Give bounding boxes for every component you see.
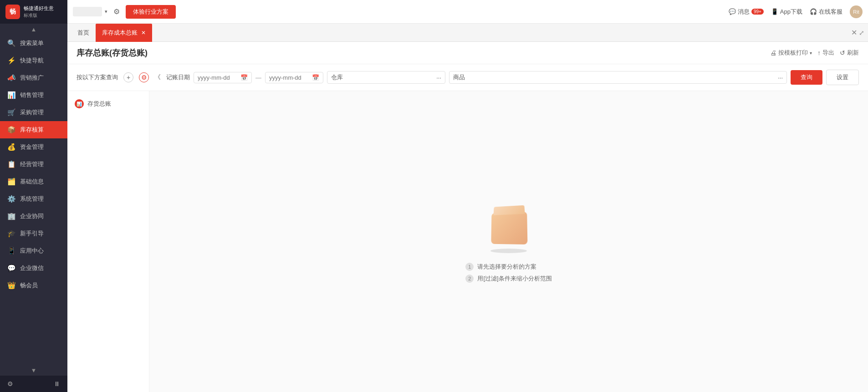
empty-shadow — [490, 249, 527, 253]
message-label: 消息 — [738, 8, 750, 16]
app-download-label: App下载 — [780, 8, 802, 16]
sidebar: 畅 畅捷通好生意 标准版 ▲ 🔍 搜索菜单 ⚡ 快捷导航 📣 营销推广 📊 销售… — [0, 0, 67, 392]
print-icon: 🖨 — [770, 49, 776, 56]
date-start-input[interactable] — [198, 74, 239, 81]
goods-more-btn[interactable]: ··· — [778, 74, 783, 81]
scroll-up-btn[interactable]: ▲ — [0, 24, 67, 35]
left-panel-item-inventory[interactable]: 📊 存货总账 — [67, 96, 149, 112]
warehouse-more-btn[interactable]: ··· — [436, 74, 441, 81]
logo-icon: 畅 — [5, 5, 20, 19]
sidebar-item-label: 企业微信 — [20, 264, 44, 272]
sidebar-item-label: 新手引导 — [20, 229, 44, 238]
sidebar-item-search[interactable]: 🔍 搜索菜单 — [0, 35, 67, 52]
date-end-input[interactable] — [269, 74, 310, 81]
export-icon: ↑ — [817, 49, 821, 56]
sidebar-item-label: 快捷导航 — [20, 56, 44, 65]
sidebar-item-label: 资金管理 — [20, 143, 44, 151]
panel-close-btn[interactable]: ✕ — [851, 28, 857, 37]
refresh-btn[interactable]: ↺ 刷新 — [840, 49, 859, 57]
enterprise-icon: 🏢 — [7, 212, 15, 220]
date-start-field[interactable]: 📅 — [194, 72, 252, 83]
message-badge: 99+ — [751, 9, 764, 15]
sidebar-item-label: 营销推广 — [20, 74, 44, 82]
app-logo: 畅 畅捷通好生意 标准版 — [0, 0, 67, 24]
inventory-icon: 📦 — [7, 126, 15, 134]
sidebar-item-system[interactable]: ⚙️ 系统管理 — [0, 190, 67, 208]
right-content: 1 请先选择要分析的方案 2 用[过滤]条件来缩小分析范围 — [149, 91, 868, 392]
print-dropdown-icon: ▾ — [810, 51, 812, 56]
top-settings-btn[interactable]: ⚙ — [110, 5, 123, 18]
query-btn[interactable]: 查询 — [791, 70, 822, 85]
online-service-label: 在线客服 — [819, 8, 842, 16]
sidebar-item-inventory[interactable]: 📦 库存核算 — [0, 121, 67, 138]
print-label: 按模板打印 — [778, 49, 808, 57]
scroll-down-btn[interactable]: ▼ — [0, 365, 67, 376]
calendar-end-icon: 📅 — [312, 74, 319, 81]
hint-item-2: 2 用[过滤]条件来缩小分析范围 — [465, 275, 551, 283]
avatar[interactable]: Rit — [850, 5, 863, 18]
sidebar-item-vip[interactable]: 👑 畅会员 — [0, 277, 67, 294]
headset-icon: 🎧 — [810, 8, 817, 15]
user-dropdown-btn[interactable]: ▾ — [105, 9, 107, 15]
online-service-item[interactable]: 🎧 在线客服 — [810, 8, 842, 16]
sidebar-item-marketing[interactable]: 📣 营销推广 — [0, 69, 67, 87]
date-range-dash: — — [255, 74, 261, 81]
date-end-field[interactable]: 📅 — [265, 72, 323, 83]
system-icon: ⚙️ — [7, 195, 15, 203]
print-template-btn[interactable]: 🖨 按模板打印 ▾ — [770, 49, 812, 57]
top-bar-left: ▾ ⚙ 体验行业方案 — [73, 5, 725, 19]
filter-add-btn[interactable]: + — [123, 72, 133, 82]
empty-state: 1 请先选择要分析的方案 2 用[过滤]条件来缩小分析范围 — [465, 201, 551, 283]
hint-num-1: 1 — [465, 263, 474, 271]
empty-illustration — [481, 201, 536, 255]
sidebar-item-operations[interactable]: 📋 经营管理 — [0, 156, 67, 173]
left-panel: 📊 存货总账 — [67, 91, 149, 392]
sidebar-item-label: 畅会员 — [20, 281, 38, 290]
operations-icon: 📋 — [7, 160, 15, 168]
page-title: 库存总账(存货总账) — [77, 47, 148, 58]
goods-field[interactable]: 商品 ··· — [449, 71, 787, 84]
sidebar-item-enterprise[interactable]: 🏢 企业协同 — [0, 208, 67, 225]
calendar-start-icon: 📅 — [240, 74, 248, 81]
newbie-icon: 🎓 — [7, 229, 15, 238]
sidebar-item-app-center[interactable]: 📱 应用中心 — [0, 242, 67, 260]
tab-inventory-ledger[interactable]: 库存成本总账 ✕ — [96, 24, 152, 42]
sidebar-item-label: 库存核算 — [20, 126, 44, 134]
tab-home[interactable]: 首页 — [71, 24, 96, 42]
sidebar-item-label: 销售管理 — [20, 91, 44, 99]
top-bar-right: 💬 消息 99+ 📱 App下载 🎧 在线客服 Rit — [729, 5, 863, 18]
sidebar-item-finance[interactable]: 💰 资金管理 — [0, 138, 67, 156]
tab-close-btn[interactable]: ✕ — [141, 30, 146, 36]
sidebar-item-purchase[interactable]: 🛒 采购管理 — [0, 104, 67, 121]
collapse-icon[interactable]: ⏸ — [54, 380, 60, 387]
main-area: ▾ ⚙ 体验行业方案 💬 消息 99+ 📱 App下载 🎧 在线客服 Rit — [67, 0, 868, 392]
filter-collapse-btn[interactable]: 《 — [154, 73, 161, 81]
page-header: 库存总账(存货总账) 🖨 按模板打印 ▾ ↑ 导出 ↺ 刷新 — [67, 42, 868, 64]
top-bar: ▾ ⚙ 体验行业方案 💬 消息 99+ 📱 App下载 🎧 在线客服 Rit — [67, 0, 868, 24]
setup-btn[interactable]: 设置 — [826, 70, 859, 85]
sidebar-item-newbie[interactable]: 🎓 新手引导 — [0, 225, 67, 242]
sidebar-item-sales[interactable]: 📊 销售管理 — [0, 87, 67, 104]
trial-industry-btn[interactable]: 体验行业方案 — [126, 5, 176, 19]
app-download-item[interactable]: 📱 App下载 — [771, 8, 802, 16]
sidebar-item-quick-nav[interactable]: ⚡ 快捷导航 — [0, 52, 67, 69]
export-btn[interactable]: ↑ 导出 — [817, 49, 834, 57]
sidebar-item-base-info[interactable]: 🗂️ 基础信息 — [0, 173, 67, 190]
enterprise-wx-icon: 💬 — [7, 264, 15, 272]
hint-text-1: 请先选择要分析的方案 — [477, 263, 536, 271]
warehouse-label: 仓库 — [331, 73, 343, 81]
settings-bottom-icon[interactable]: ⚙ — [7, 380, 13, 387]
hint-item-1: 1 请先选择要分析的方案 — [465, 263, 551, 271]
left-panel-item-label: 存货总账 — [87, 100, 111, 108]
user-area — [73, 7, 102, 16]
warehouse-field[interactable]: 仓库 ··· — [327, 71, 445, 84]
sidebar-nav: 🔍 搜索菜单 ⚡ 快捷导航 📣 营销推广 📊 销售管理 🛒 采购管理 📦 库存核… — [0, 35, 67, 365]
export-label: 导出 — [822, 49, 834, 57]
message-item[interactable]: 💬 消息 99+ — [729, 8, 764, 16]
sidebar-item-enterprise-wx[interactable]: 💬 企业微信 — [0, 260, 67, 277]
filter-area: 按以下方案查询 + ⚙ 《 记账日期 📅 — 📅 — [67, 64, 868, 91]
page-container: 库存总账(存货总账) 🖨 按模板打印 ▾ ↑ 导出 ↺ 刷新 — [67, 42, 868, 392]
settings-icon: ⚙ — [113, 7, 120, 16]
filter-settings-icon-btn[interactable]: ⚙ — [139, 72, 149, 82]
panel-expand-btn[interactable]: ⤢ — [859, 29, 864, 36]
